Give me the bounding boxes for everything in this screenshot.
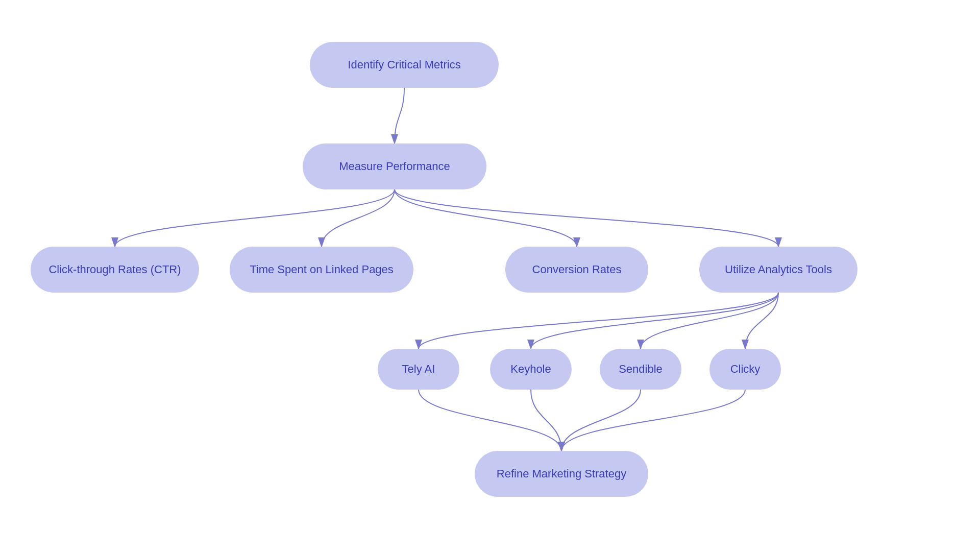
conversion-rates-node: Conversion Rates [505,247,648,293]
refine-marketing-node: Refine Marketing Strategy [475,451,648,497]
measure-performance-to-click-through-rates-line [115,189,395,247]
utilize-analytics-to-keyhole-line [531,293,778,349]
measure-performance-node: Measure Performance [303,143,486,189]
clicky-node: Clicky [709,349,781,390]
measure-performance-to-utilize-analytics-line [395,189,778,247]
utilize-analytics-to-sendible-line [641,293,778,349]
diagram-container: Identify Critical MetricsMeasure Perform… [0,0,980,553]
identify-critical-metrics-node: Identify Critical Metrics [310,42,499,88]
utilize-analytics-to-tely-ai-line [419,293,778,349]
tely-ai-node: Tely AI [378,349,459,390]
sendible-node: Sendible [600,349,681,390]
utilize-analytics-node: Utilize Analytics Tools [699,247,857,293]
measure-performance-to-conversion-rates-line [395,189,577,247]
utilize-analytics-to-clicky-line [745,293,778,349]
time-spent-node: Time Spent on Linked Pages [230,247,413,293]
sendible-to-refine-marketing-line [561,390,641,451]
keyhole-to-refine-marketing-line [531,390,561,451]
identify-critical-metrics-to-measure-performance-line [395,88,404,143]
measure-performance-to-time-spent-line [322,189,395,247]
tely-ai-to-refine-marketing-line [419,390,561,451]
click-through-rates-node: Click-through Rates (CTR) [31,247,199,293]
keyhole-node: Keyhole [490,349,572,390]
clicky-to-refine-marketing-line [561,390,745,451]
